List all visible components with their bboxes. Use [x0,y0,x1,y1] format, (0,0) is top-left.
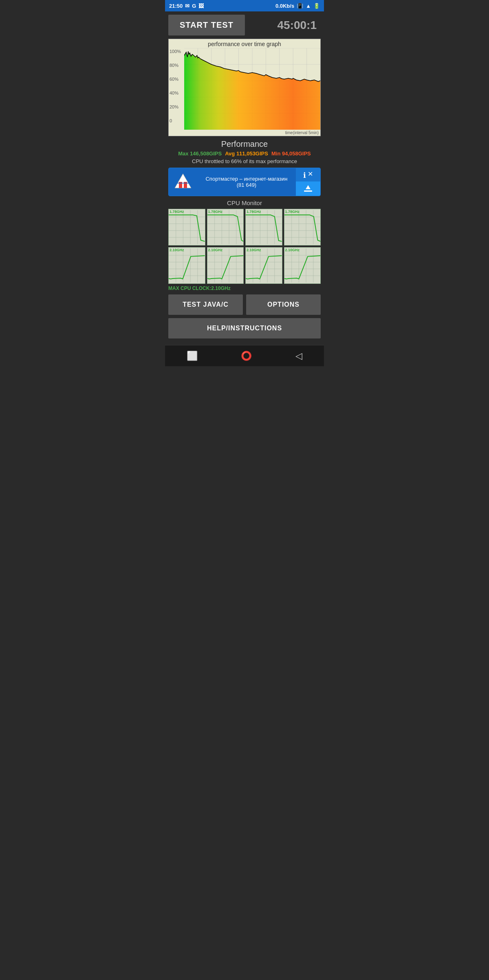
x-axis-label: time(interval 5min) [169,130,320,136]
battery-icon: 🔋 [313,3,320,9]
cpu-core-2-label: 1.78GHz [208,210,223,214]
cpu-core-6-label: 2.10GHz [208,248,223,252]
ad-info-icon[interactable]: ℹ [303,169,306,180]
y-axis: 100% 80% 60% 40% 20% 0 [169,48,184,130]
recent-apps-icon[interactable]: ⬜ [187,351,198,361]
svg-rect-21 [304,190,312,192]
cpu-core-7-label: 2.10GHz [247,248,261,252]
options-button[interactable]: OPTIONS [246,294,321,315]
wifi-icon: ▲ [306,3,311,9]
ad-icon [169,168,197,196]
performance-section: Performance Max 146,508GIPS Avg 111,053G… [168,139,321,164]
timer-display: 45:00:1 [277,19,321,32]
perf-avg: Avg 111,053GIPS [225,150,268,157]
max-cpu-label: MAX CPU CLOCK:2.10GHz [168,285,321,291]
performance-graph-section: performance over time graph 100% 80% 60%… [168,39,321,136]
cpu-core-4-label: 1.78GHz [285,210,300,214]
graph-title: performance over time graph [169,39,320,48]
time-display: 21:50 [169,3,183,9]
cpu-core-2: 1.78GHz [207,209,244,246]
ad-close-icon[interactable]: ✕ [308,169,313,180]
svg-marker-17 [175,174,191,188]
start-test-button[interactable]: START TEST [168,15,245,35]
bottom-buttons-row: TEST JAVA/C OPTIONS [168,294,321,315]
graph-area [184,48,320,130]
image-icon: 🖼 [198,3,204,9]
cpu-core-5: 2.10GHz [168,247,205,284]
ad-download-button[interactable] [296,181,320,196]
main-content: START TEST 45:00:1 performance over time… [165,11,324,345]
perf-throttle-note: CPU throttled to 66% of its max performa… [168,158,321,164]
cpu-core-1-label: 1.78GHz [170,210,184,214]
y-80: 80% [170,63,183,68]
google-icon: G [192,3,196,9]
cpu-core-8-label: 2.10GHz [285,248,300,252]
cpu-core-8: 2.10GHz [284,247,321,284]
status-right: 0.0Kb/s 📳 ▲ 🔋 [275,3,320,9]
cpu-bottom-grid: 2.10GHz 2.10GHz [168,247,321,284]
perf-max: Max 146,508GIPS [178,150,222,157]
top-row: START TEST 45:00:1 [168,15,321,35]
network-speed: 0.0Kb/s [275,3,294,9]
status-bar: 21:50 ✉ G 🖼 0.0Kb/s 📳 ▲ 🔋 [165,0,324,11]
vibrate-icon: 📳 [297,3,303,9]
performance-stats: Max 146,508GIPS Avg 111,053GIPS Min 94,0… [168,150,321,157]
mail-icon: ✉ [185,3,189,9]
performance-title: Performance [168,139,321,149]
perf-min: Min 94,058GIPS [271,150,311,157]
ad-main-text: Спортмастер – интернет-магазин [199,176,294,182]
cpu-top-grid: 1.78GHz 1.78GHz [168,209,321,246]
navigation-bar: ⬜ ⭕ ◁ [165,345,324,366]
cpu-core-7: 2.10GHz [245,247,282,284]
y-20: 20% [170,104,183,109]
cpu-core-6: 2.10GHz [207,247,244,284]
ad-sub-text: (81 649) [199,182,294,188]
help-instructions-button[interactable]: HELP/INSTRUCTIONS [168,318,321,338]
test-javac-button[interactable]: TEST JAVA/C [168,294,243,315]
home-icon[interactable]: ⭕ [241,351,252,361]
y-60: 60% [170,77,183,82]
cpu-monitor-section: CPU Monitor 1.78GHz [168,199,321,291]
cpu-core-5-label: 2.10GHz [170,248,184,252]
cpu-core-1: 1.78GHz [168,209,205,246]
ad-text: Спортмастер – интернет-магазин (81 649) [197,174,296,190]
cpu-core-4: 1.78GHz [284,209,321,246]
y-40: 40% [170,91,183,95]
status-left: 21:50 ✉ G 🖼 [169,3,204,9]
graph-container: 100% 80% 60% 40% 20% 0 [169,48,320,130]
cpu-core-3: 1.78GHz [245,209,282,246]
ad-banner[interactable]: Спортмастер – интернет-магазин (81 649) … [168,168,321,196]
y-100: 100% [170,49,183,54]
cpu-monitor-title: CPU Monitor [168,199,321,206]
y-0: 0 [170,118,183,123]
svg-marker-22 [306,185,311,189]
cpu-core-3-label: 1.78GHz [247,210,261,214]
back-icon[interactable]: ◁ [295,351,302,361]
ad-actions: ℹ ✕ [296,168,320,196]
